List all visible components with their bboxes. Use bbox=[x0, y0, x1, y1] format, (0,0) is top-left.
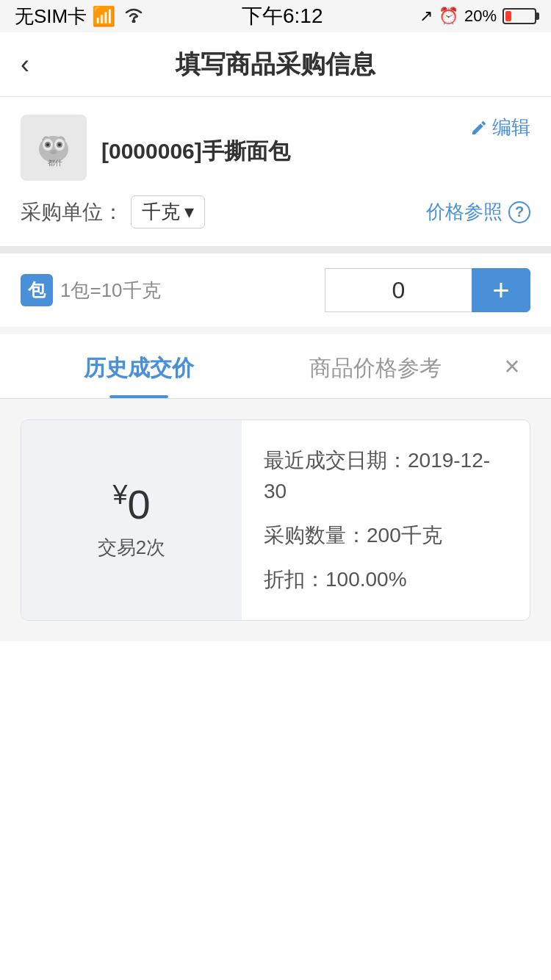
recent-date-row: 最近成交日期：2019-12-30 bbox=[264, 445, 508, 507]
location-icon: ↗ bbox=[419, 7, 433, 26]
trades-count: 交易2次 bbox=[98, 535, 165, 561]
svg-text:都什: 都什 bbox=[48, 159, 62, 167]
quantity-input[interactable] bbox=[325, 268, 472, 312]
product-image: 都什 bbox=[21, 115, 87, 181]
unit-select[interactable]: 千克 ▾ bbox=[131, 195, 205, 228]
plus-icon: + bbox=[492, 274, 509, 307]
recent-date-label: 最近成交日期： bbox=[264, 449, 408, 472]
qty-unit-text: 包 bbox=[28, 278, 46, 302]
close-button[interactable]: × bbox=[494, 348, 530, 385]
unit-value: 千克 bbox=[142, 199, 180, 225]
purchase-qty-value: 200千克 bbox=[367, 524, 442, 547]
status-time: 下午6:12 bbox=[242, 2, 323, 30]
nav-bar: ‹ 填写商品采购信息 bbox=[0, 32, 551, 97]
edit-label: 编辑 bbox=[492, 115, 530, 140]
tab-history-price[interactable]: 历史成交价 bbox=[21, 334, 257, 398]
status-carrier: 无SIM卡 📶 bbox=[15, 4, 145, 29]
purchase-qty-label: 采购数量： bbox=[264, 524, 367, 547]
svg-point-7 bbox=[58, 143, 61, 146]
discount-label: 折扣： bbox=[264, 568, 325, 591]
wifi-icon bbox=[123, 5, 145, 28]
price-value: 0 bbox=[127, 480, 150, 527]
section-divider bbox=[0, 246, 551, 253]
product-info: 都什 [0000006]手撕面包 bbox=[21, 115, 290, 181]
quantity-controls: + bbox=[325, 268, 530, 312]
tab-history-label: 历史成交价 bbox=[84, 356, 194, 380]
carrier-text: 无SIM卡 📶 bbox=[15, 4, 115, 29]
price-history-section: ¥0 交易2次 最近成交日期：2019-12-30 采购数量：200千克 折扣：… bbox=[0, 399, 551, 641]
edit-icon bbox=[470, 119, 488, 137]
status-bar: 无SIM卡 📶 下午6:12 ↗ ⏰ 20% bbox=[0, 0, 551, 32]
qty-unit-badge: 包 bbox=[21, 274, 53, 306]
alarm-icon: ⏰ bbox=[439, 7, 458, 26]
page-title: 填写商品采购信息 bbox=[176, 48, 375, 82]
dropdown-icon: ▾ bbox=[184, 201, 194, 223]
back-button[interactable]: ‹ bbox=[21, 49, 29, 80]
help-icon: ? bbox=[508, 201, 530, 223]
product-name: [0000006]手撕面包 bbox=[101, 137, 290, 167]
svg-point-0 bbox=[132, 19, 136, 23]
unit-row: 采购单位： 千克 ▾ bbox=[21, 195, 205, 228]
price-display: ¥0 bbox=[112, 480, 150, 528]
status-right-group: ↗ ⏰ 20% bbox=[419, 7, 536, 26]
price-card: ¥0 交易2次 最近成交日期：2019-12-30 采购数量：200千克 折扣：… bbox=[21, 419, 530, 621]
product-card: 都什 [0000006]手撕面包 编辑 采购单位： 千克 ▾ 价格参照 bbox=[0, 97, 551, 246]
price-summary-panel: ¥0 交易2次 bbox=[21, 420, 242, 620]
unit-conversion-text: 1包=10千克 bbox=[60, 278, 161, 303]
discount-value: 100.00% bbox=[325, 568, 407, 591]
tabs-bar: 历史成交价 商品价格参考 × bbox=[0, 334, 551, 399]
battery-icon bbox=[503, 8, 536, 24]
purchase-qty-row: 采购数量：200千克 bbox=[264, 520, 508, 551]
svg-point-6 bbox=[46, 143, 49, 146]
quantity-label: 包 1包=10千克 bbox=[21, 274, 161, 306]
quantity-row: 包 1包=10千克 + bbox=[0, 253, 551, 327]
tab-price-ref-label: 商品价格参考 bbox=[309, 356, 442, 380]
discount-row: 折扣：100.00% bbox=[264, 564, 508, 595]
price-detail-panel: 最近成交日期：2019-12-30 采购数量：200千克 折扣：100.00% bbox=[242, 420, 530, 620]
edit-button[interactable]: 编辑 bbox=[470, 115, 530, 140]
yen-symbol: ¥ bbox=[112, 480, 127, 510]
product-top-row: 都什 [0000006]手撕面包 编辑 bbox=[21, 115, 530, 181]
page-rest bbox=[0, 641, 551, 980]
product-logo-icon: 都什 bbox=[32, 126, 76, 170]
price-ref-button[interactable]: 价格参照 ? bbox=[426, 199, 530, 225]
plus-button[interactable]: + bbox=[472, 268, 530, 312]
battery-percent: 20% bbox=[464, 7, 497, 26]
product-bottom-row: 采购单位： 千克 ▾ 价格参照 ? bbox=[21, 195, 530, 228]
svg-point-8 bbox=[50, 150, 57, 154]
unit-label: 采购单位： bbox=[21, 198, 123, 226]
price-ref-label: 价格参照 bbox=[426, 199, 503, 225]
tab-price-ref[interactable]: 商品价格参考 bbox=[257, 334, 494, 398]
